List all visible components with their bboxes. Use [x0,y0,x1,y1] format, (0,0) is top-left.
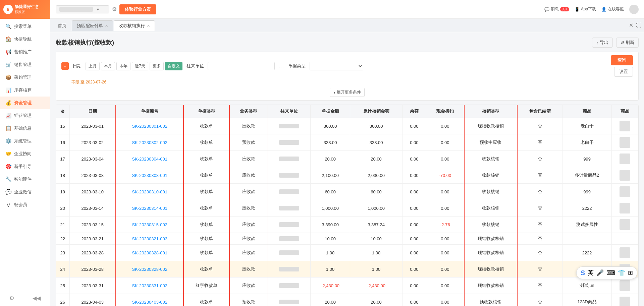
cell-bill-amount: 60.00 [311,184,350,200]
sogou-mic-icon[interactable]: 🎤 [596,269,604,277]
sidebar: 6 畅捷通好生意 标推版 🔍搜索菜单🏠快捷导航📢营销推广🛒销售管理📦采购管理📊库… [0,0,50,306]
bill-type-select[interactable] [310,62,363,70]
nav-label-hardware: 智能硬件 [14,176,32,182]
bill-no-link[interactable]: SK-20230315-002 [132,222,167,227]
sidebar-settings-icon[interactable]: ⚙ [7,294,17,303]
col-gear[interactable]: ⚙ [56,105,69,118]
cell-cash-discount: 0.00 [426,184,464,200]
sidebar-item-operation[interactable]: 📈经营管理 [0,109,50,122]
tab-receipts[interactable]: 收款核销执行 ✕ [114,20,155,31]
sidebar-item-hardware[interactable]: 🔧智能硬件 [0,173,50,186]
nav-label-finance: 资金管理 [14,100,32,106]
export-btn[interactable]: ↑ 导出 [592,38,613,48]
sidebar-item-finance[interactable]: 💰资金管理 [0,97,50,109]
cell-date: 2023-03-08 [69,167,116,184]
filter-row-1: « 日期 上月 本月 本年 近7天 更多 自定义 往来单位 ... [61,55,633,77]
cell-bill-type: 收款单 [183,200,229,217]
page-inner: 收款核销执行(按收款) ↑ 导出 ↺ 刷新 « 日期 [50,32,644,306]
bill-no-link[interactable]: SK-20230301-002 [132,124,167,129]
table-scroll[interactable]: ⚙ 日期 单据编号 单据类型 业务类型 往来单位 单据金额 累计核销金额 [56,105,638,306]
filter-dots: ... [279,63,284,68]
cell-goods-img [611,184,638,200]
cell-include-settled: 否 [517,184,562,200]
filter-settings-btn[interactable]: 设置 [614,67,633,77]
sogou-lang-icon[interactable]: 英 [588,269,594,277]
app-download[interactable]: 📱 App下载 [575,6,596,12]
sidebar-item-search[interactable]: 🔍搜索菜单 [0,20,50,33]
cell-cash-discount: 0.00 [426,134,464,151]
tab-bar-expand-btn[interactable]: ⛶ [636,22,641,28]
bill-no-link[interactable]: SK-20230310-001 [132,189,167,194]
filter-collapse-btn[interactable]: « [61,62,69,70]
partner-filter-input[interactable] [208,62,275,70]
sidebar-item-corp[interactable]: 🤝企业协同 [0,147,50,160]
sogou-toolbar[interactable]: S 英 🎤 ⌨ 👕 ⊞ [576,266,637,279]
cell-balance: 0.00 [402,134,426,151]
topbar-settings-icon[interactable]: ⚙ [112,6,117,12]
company-selector[interactable]: ▾ [56,5,109,13]
more-btn[interactable]: 更多 [150,62,164,70]
nav-label-marketing: 营销推广 [14,49,32,55]
refresh-btn[interactable]: ↺ 刷新 [616,38,639,48]
cell-cash-discount: 0.00 [426,233,464,245]
query-btn[interactable]: 查询 [611,55,633,65]
cell-num: 25 [56,278,69,294]
cell-total-writeoff: 333.00 [350,134,402,151]
tab-home[interactable]: 首页 [53,21,71,31]
bill-no-link[interactable]: SK-20230403-002 [132,300,167,305]
cell-bill-amount: 360.00 [311,118,350,134]
expand-conditions-btn[interactable]: ▾ 展开更多条件 [330,88,365,97]
custom-btn[interactable]: 自定义 [165,62,182,70]
cell-date: 2023-03-31 [69,278,116,294]
sidebar-item-purchase[interactable]: 📦采购管理 [0,71,50,84]
sidebar-item-quick-nav[interactable]: 🏠快捷导航 [0,33,50,46]
cell-total-writeoff: 3,387.24 [350,217,402,233]
sidebar-collapse-icon[interactable]: ◀◀ [30,294,43,303]
bill-no-link[interactable]: SK-20230328-002 [132,267,167,272]
cell-num: 21 [56,217,69,233]
cell-goods: 999 [562,151,611,167]
sidebar-item-basic[interactable]: 📋基础信息 [0,122,50,135]
cell-cash-discount: 0.00 [426,278,464,294]
this-month-btn[interactable]: 本月 [101,62,115,70]
sidebar-item-member[interactable]: V畅会员 [0,198,50,211]
sidebar-item-system[interactable]: ⚙️系统管理 [0,135,50,147]
cell-bill-type: 收款单 [183,233,229,245]
cell-biz-type: 应收款 [229,118,268,134]
cell-goods-img [611,118,638,134]
sidebar-item-wechat[interactable]: 💬企业微信 [0,186,50,198]
nav-icon-wechat: 💬 [5,189,11,195]
bill-no-link[interactable]: SK-20230304-001 [132,157,167,162]
sidebar-item-sales[interactable]: 🛒销售管理 [0,58,50,71]
last7-btn[interactable]: 近7天 [132,62,148,70]
cell-bill-no: SK-20230310-001 [116,184,184,200]
tab-preapply[interactable]: 预匹配应付单 ✕ [72,20,113,31]
user-avatar[interactable] [629,5,639,14]
partner-filter-label: 往来单位 [186,63,204,68]
notification-messages[interactable]: 💬 消息 99+ [544,6,569,12]
sidebar-item-guide[interactable]: 🎯新手引导 [0,160,50,173]
experience-btn[interactable]: 体验行业方案 [119,4,156,14]
sogou-shirt-icon[interactable]: 👕 [618,269,625,277]
bill-no-link[interactable]: SK-20230314-001 [132,206,167,211]
sogou-keyboard-icon[interactable]: ⌨ [606,269,615,277]
online-service[interactable]: 👤 在线客服 [601,6,624,12]
bill-no-link[interactable]: SK-20230328-001 [132,250,167,255]
bill-no-link[interactable]: SK-20230302-002 [132,140,167,145]
sidebar-item-marketing[interactable]: 📢营销推广 [0,46,50,58]
cell-bill-no: SK-20230308-001 [116,167,184,184]
cell-writeoff-type: 预收中应收 [464,134,517,151]
tab-bar-close-btn[interactable]: ✕ [629,22,633,28]
sidebar-item-inventory[interactable]: 📊库存核算 [0,84,50,97]
bill-no-link[interactable]: SK-20230321-003 [132,236,167,241]
partner-filter-wrap: 往来单位 ... 单据类型 [186,62,607,70]
bill-no-link[interactable]: SK-20230308-001 [132,173,167,178]
last-month-btn[interactable]: 上月 [86,62,100,70]
this-year-btn[interactable]: 本年 [116,62,130,70]
col-gear-icon[interactable]: ⚙ [61,109,65,114]
goods-image [620,280,630,291]
bill-no-link[interactable]: SK-20230331-002 [132,283,167,288]
preapply-tab-close-icon[interactable]: ✕ [105,24,108,28]
sogou-grid-icon[interactable]: ⊞ [628,269,633,277]
receipts-tab-close-icon[interactable]: ✕ [147,24,150,28]
